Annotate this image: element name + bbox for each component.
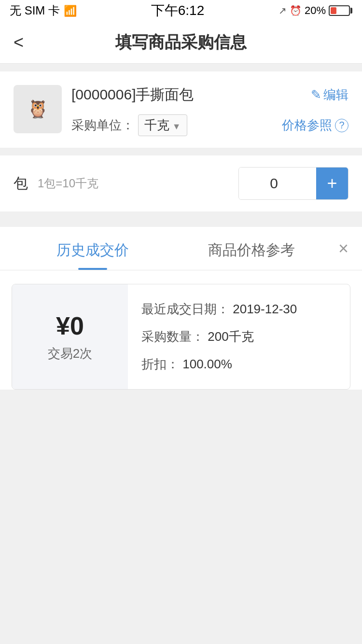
tabs-close-button[interactable]: × <box>331 232 348 265</box>
product-thumbnail: 🦉 <box>14 85 62 133</box>
unit-select[interactable]: 千克 <box>138 114 187 136</box>
battery-icon <box>329 5 352 16</box>
help-icon: ? <box>335 119 348 132</box>
transaction-card: ¥0 交易2次 最近成交日期： 2019-12-30 采购数量： 200千克 折… <box>12 284 350 390</box>
status-right: 20% <box>278 4 352 17</box>
status-bar: 无 SIM 卡 下午6:12 20% <box>0 0 362 21</box>
navigation-icon <box>278 4 287 17</box>
transaction-discount-row: 折扣： 100.00% <box>141 355 336 374</box>
wifi-icon <box>64 4 77 17</box>
qty-unit-badge: 包 <box>14 174 28 194</box>
transaction-qty-label: 采购数量： <box>141 329 204 344</box>
price-ref-button[interactable]: 价格参照 ? <box>282 117 348 134</box>
transaction-details-panel: 最近成交日期： 2019-12-30 采购数量： 200千克 折扣： 100.0… <box>128 284 350 389</box>
product-name: [0000006]手撕面包 <box>71 85 194 105</box>
transaction-discount-label: 折扣： <box>141 357 179 371</box>
page-title: 填写商品采购信息 <box>115 31 247 54</box>
transaction-qty-value: 200千克 <box>208 329 253 344</box>
unit-label: 采购单位： <box>71 118 134 132</box>
product-info: [0000006]手撕面包 编辑 采购单位： 千克 价格参照 ? <box>71 85 348 136</box>
edit-icon <box>311 87 321 102</box>
tab-price-reference[interactable]: 商品价格参考 <box>172 227 330 270</box>
transaction-price: ¥0 <box>56 311 84 340</box>
qty-input[interactable] <box>239 168 316 199</box>
transaction-date-row: 最近成交日期： 2019-12-30 <box>141 300 336 319</box>
status-left: 无 SIM 卡 <box>10 3 77 18</box>
qty-plus-button[interactable]: + <box>316 168 348 199</box>
divider <box>0 148 362 155</box>
edit-button[interactable]: 编辑 <box>311 86 348 103</box>
status-time: 下午6:12 <box>151 1 205 20</box>
transaction-qty-row: 采购数量： 200千克 <box>141 327 336 346</box>
edit-label: 编辑 <box>323 86 348 103</box>
battery-text: 20% <box>305 4 326 17</box>
qty-input-group: + <box>238 167 348 200</box>
unit-row-left: 采购单位： 千克 <box>71 114 187 136</box>
price-ref-label: 价格参照 <box>282 117 332 134</box>
transaction-date-value: 2019-12-30 <box>233 302 297 316</box>
tabs-header: 历史成交价 商品价格参考 × <box>0 227 362 270</box>
transaction-count: 交易2次 <box>48 345 92 362</box>
transaction-discount-value: 100.00% <box>182 357 232 371</box>
nav-bar: < 填写商品采购信息 <box>0 21 362 64</box>
quantity-row: 包 1包=10千克 + <box>0 155 362 211</box>
product-card: 🦉 [0000006]手撕面包 编辑 采购单位： 千克 <box>0 71 362 148</box>
transaction-date-label: 最近成交日期： <box>141 302 229 316</box>
carrier-text: 无 SIM 卡 <box>10 3 60 18</box>
alarm-icon <box>290 4 302 17</box>
divider2 <box>0 211 362 219</box>
unit-chevron-icon <box>172 118 181 133</box>
transaction-price-panel: ¥0 交易2次 <box>12 284 128 389</box>
tab-history-price[interactable]: 历史成交价 <box>14 227 172 270</box>
qty-unit-hint: 1包=10千克 <box>38 176 229 191</box>
back-button[interactable]: < <box>14 32 24 53</box>
unit-value: 千克 <box>144 117 169 134</box>
product-image-placeholder: 🦉 <box>27 99 49 119</box>
page-rest <box>0 403 362 644</box>
tabs-panel: 历史成交价 商品价格参考 × ¥0 交易2次 最近成交日期： 2019-12-3… <box>0 227 362 390</box>
